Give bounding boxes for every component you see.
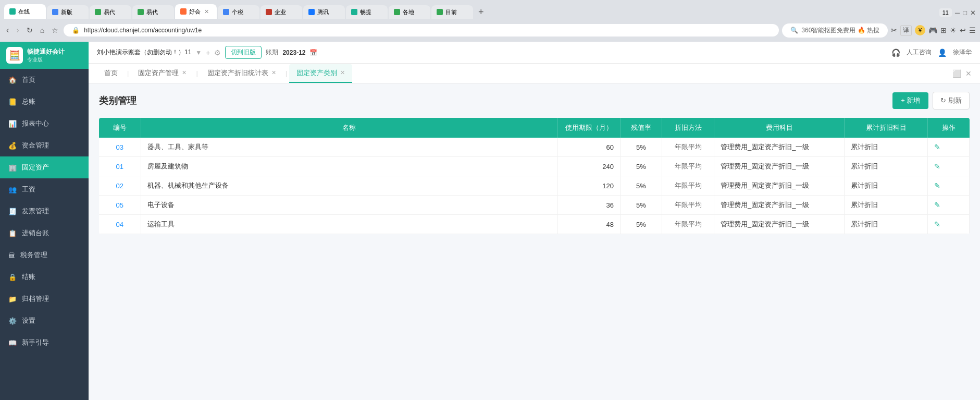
logo-icon: 🧮 [6, 47, 23, 64]
app-container: 🧮 畅捷通好会计 专业版 🏠 首页 📒 总账 📊 报表中心 💰 资金管理 🏢 固… [0, 42, 980, 400]
browser-tab[interactable]: 目前 [431, 5, 473, 19]
browser-tab[interactable]: 在线 [4, 4, 46, 19]
cell-name: 运输工具 [141, 215, 558, 234]
cell-id: 01 [99, 157, 141, 176]
cell-method: 年限平均 [662, 157, 714, 176]
grid-icon[interactable]: ⊞ [940, 26, 947, 34]
sidebar-item-home[interactable]: 🏠 首页 [0, 69, 89, 91]
tab-close-icon[interactable]: ✕ [204, 8, 209, 15]
top-bar-right: 🎧 人工咨询 👤 徐泽华 [891, 48, 972, 57]
window-close-tab-icon[interactable]: ✕ [965, 69, 972, 78]
sidebar-label-ledger: 总账 [22, 97, 35, 106]
cell-period: 240 [558, 157, 621, 176]
sidebar-item-invoice[interactable]: 🧾 发票管理 [0, 200, 89, 222]
browser-tab[interactable]: 畅提 [346, 5, 388, 19]
sidebar-item-fund[interactable]: 💰 资金管理 [0, 135, 89, 156]
cell-method: 年限平均 [662, 176, 714, 196]
browser-tab[interactable]: 新版 [47, 5, 89, 19]
cell-expense: 管理费用_固定资产折旧_一级 [714, 176, 845, 196]
sidebar-item-close-period[interactable]: 🔒 结账 [0, 266, 89, 288]
menu-icon[interactable]: ☰ [969, 26, 976, 34]
forward-button[interactable]: › [14, 23, 21, 37]
scissors-icon[interactable]: ✂ [891, 26, 897, 34]
browser-tab-active[interactable]: 好会 ✕ [175, 4, 217, 19]
sidebar-item-payroll[interactable]: 👥 工资 [0, 178, 89, 200]
sidebar-item-report[interactable]: 📊 报表中心 [0, 113, 89, 135]
calendar-icon[interactable]: 📅 [309, 49, 317, 56]
sidebar-label-tax: 税务管理 [20, 250, 47, 260]
bookmark-button[interactable]: ☆ [49, 24, 60, 37]
cell-method: 年限平均 [662, 215, 714, 234]
currency-icon[interactable]: ¥ [915, 25, 925, 35]
edit-button[interactable]: ✎ [934, 201, 940, 209]
add-button[interactable]: + 新增 [892, 92, 928, 109]
theme-icon[interactable]: ☀ [950, 26, 957, 34]
user-name-text: 徐泽华 [953, 48, 972, 57]
tab-close-1-icon[interactable]: ✕ [182, 69, 187, 76]
cell-expense: 管理费用_固定资产折旧_一级 [714, 138, 845, 157]
browser-tab[interactable]: 易代 [132, 5, 174, 19]
invoice-icon: 🧾 [8, 208, 17, 215]
cell-actions: ✎ [928, 196, 970, 215]
tab-asset-category[interactable]: 固定资产类别 ✕ [289, 64, 352, 83]
cell-residual: 5% [621, 157, 662, 176]
switch-version-button[interactable]: 切到旧版 [225, 46, 262, 59]
window-minimize-button[interactable]: ─ [955, 9, 960, 17]
refresh-button[interactable]: ↻ 刷新 [933, 92, 970, 110]
tab-close-2-icon[interactable]: ✕ [271, 69, 276, 76]
window-maximize-button[interactable]: □ [963, 9, 967, 17]
consult-label[interactable]: 人工咨询 [907, 48, 932, 57]
edit-button[interactable]: ✎ [934, 181, 940, 190]
sidebar-item-fixed-assets[interactable]: 🏢 固定资产 [0, 156, 89, 178]
cell-accumulated: 累计折旧 [845, 157, 928, 176]
translate-icon[interactable]: 译 [900, 25, 912, 36]
sidebar-item-guide[interactable]: 📖 新手引导 [0, 332, 89, 354]
browser-tab[interactable]: 腾讯 [303, 5, 345, 19]
window-close-button[interactable]: ✕ [970, 9, 976, 17]
security-icon: 🔒 [72, 27, 80, 34]
tab-fixed-asset-management[interactable]: 固定资产管理 ✕ [131, 64, 194, 83]
tab-home[interactable]: 首页 [97, 64, 125, 83]
sidebar-item-archive[interactable]: 📁 归档管理 [0, 288, 89, 310]
sidebar-label-close-period: 结账 [22, 272, 35, 282]
cell-method: 年限平均 [662, 196, 714, 215]
tab-divider-3: | [286, 69, 287, 77]
game-icon[interactable]: 🎮 [928, 26, 937, 34]
new-tab-button[interactable]: + [474, 5, 488, 19]
account-settings-icon[interactable]: + [206, 49, 210, 57]
sidebar-logo: 🧮 畅捷通好会计 专业版 [0, 42, 89, 69]
tab-close-3-icon[interactable]: ✕ [340, 69, 345, 76]
address-bar[interactable]: 🔒 https://cloud.chanjet.com/accounting/u… [64, 24, 779, 37]
cell-accumulated: 累计折旧 [845, 138, 928, 157]
edit-button[interactable]: ✎ [934, 162, 940, 171]
cell-period: 36 [558, 196, 621, 215]
edit-button[interactable]: ✎ [934, 143, 940, 151]
undo-icon[interactable]: ↩ [960, 26, 966, 34]
browser-tab[interactable]: 企业 [260, 5, 302, 19]
sidebar-item-settings[interactable]: ⚙️ 设置 [0, 310, 89, 332]
browser-tab[interactable]: 易代 [90, 5, 131, 19]
reload-button[interactable]: ↻ [24, 24, 35, 37]
browser-tab[interactable]: 各地 [389, 5, 430, 19]
browser-tab[interactable]: 个税 [218, 5, 259, 19]
back-button[interactable]: ‹ [4, 23, 11, 37]
gear-icon[interactable]: ⚙ [214, 49, 221, 57]
logo-title: 畅捷通好会计 [27, 47, 65, 56]
user-dropdown-icon[interactable]: ▼ [195, 49, 202, 56]
payroll-icon: 👥 [8, 186, 17, 193]
table-row: 02 机器、机械和其他生产设备 120 5% 年限平均 管理费用_固定资产折旧_… [99, 176, 970, 196]
sidebar-item-tax[interactable]: 🏛 税务管理 [0, 244, 89, 266]
col-header-accumulated: 累计折旧科目 [845, 118, 928, 138]
tab-depreciation-stats[interactable]: 固定资产折旧统计表 ✕ [200, 64, 283, 83]
home-icon: 🏠 [8, 76, 17, 84]
sidebar-item-ledger[interactable]: 📒 总账 [0, 91, 89, 113]
page-tabs: 首页 | 固定资产管理 ✕ | 固定资产折旧统计表 ✕ | 固定资产类别 ✕ ⬜… [89, 64, 980, 83]
window-expand-icon[interactable]: ⬜ [952, 69, 961, 78]
home-button[interactable]: ⌂ [38, 24, 46, 37]
page-title: 类别管理 [99, 94, 137, 107]
sidebar-item-stock[interactable]: 📋 进销台账 [0, 222, 89, 244]
table-row: 04 运输工具 48 5% 年限平均 管理费用_固定资产折旧_一级 累计折旧 ✎ [99, 215, 970, 234]
search-bar[interactable]: 🔍 360智能抠图免费用 🔥 热搜 [782, 23, 888, 38]
badge-count: 11 [939, 8, 952, 17]
edit-button[interactable]: ✎ [934, 220, 940, 228]
